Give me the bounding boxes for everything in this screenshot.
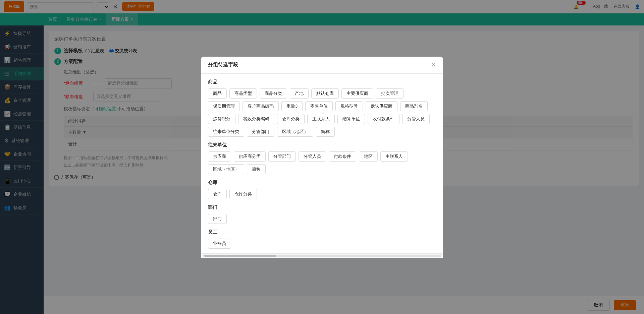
field-tag-spec-model[interactable]: 规格型号 bbox=[335, 101, 363, 111]
field-tag-weight[interactable]: 重量3 bbox=[281, 101, 303, 111]
field-tag-main-supplier[interactable]: 主要供应商 bbox=[341, 88, 373, 99]
field-tag-points[interactable]: 炼货积分 bbox=[208, 114, 235, 124]
section-partner-title: 往来单位 bbox=[208, 142, 436, 148]
field-tag-default-supplier[interactable]: 默认供应商 bbox=[366, 101, 397, 111]
modal-hscrollbar[interactable] bbox=[201, 253, 443, 258]
modal-title: 分组待选字段 bbox=[208, 62, 238, 68]
field-tag-warehouse[interactable]: 仓库 bbox=[208, 189, 227, 199]
section-employee-title: 员工 bbox=[208, 229, 436, 235]
modal-close-btn[interactable]: ✕ bbox=[431, 61, 436, 69]
field-tag-payment-terms[interactable]: 收付款条件 bbox=[368, 114, 399, 124]
section-warehouse-title: 仓库 bbox=[208, 180, 436, 186]
section-employee: 员工 业务员 bbox=[208, 229, 436, 249]
section-goods-tags: 商品 商品类型 商品分类 产地 默认仓库 主要供应商 批次管理 保质期管理 客户… bbox=[208, 88, 436, 137]
field-tag-short-name2[interactable]: 简称 bbox=[247, 164, 266, 174]
field-tag-partner-category[interactable]: 往来单位分类 bbox=[208, 127, 244, 137]
section-warehouse-tags: 仓库 仓库分类 bbox=[208, 189, 436, 199]
field-tag-area[interactable]: 地区 bbox=[359, 151, 378, 162]
field-tag-shelf-life[interactable]: 保质期管理 bbox=[208, 101, 240, 111]
field-tag-tax-code[interactable]: 税收分类编码 bbox=[238, 114, 274, 124]
section-warehouse: 仓库 仓库 仓库分类 bbox=[208, 180, 436, 199]
field-tag-department[interactable]: 部门 bbox=[208, 214, 227, 224]
field-tag-goods-alias[interactable]: 商品别名 bbox=[400, 101, 428, 111]
field-tag-main-contact2[interactable]: 主联系人 bbox=[380, 151, 408, 162]
field-tag-payment-terms2[interactable]: 付款条件 bbox=[329, 151, 356, 162]
field-tag-retail-unit[interactable]: 零售单位 bbox=[305, 101, 333, 111]
field-tag-warehouse-category[interactable]: 仓库分类 bbox=[277, 114, 305, 124]
field-tag-default-warehouse[interactable]: 默认仓库 bbox=[311, 88, 339, 99]
field-tag-supplier[interactable]: 供应商 bbox=[208, 151, 231, 162]
modal-overlay: 分组待选字段 ✕ 商品 商品 商品类型 商品分类 产地 默认仓库 主要供应商 批… bbox=[0, 0, 644, 314]
field-tag-settlement-unit[interactable]: 结算单位 bbox=[337, 114, 365, 124]
field-select-modal: 分组待选字段 ✕ 商品 商品 商品类型 商品分类 产地 默认仓库 主要供应商 批… bbox=[201, 57, 443, 258]
field-tag-goods[interactable]: 商品 bbox=[208, 88, 227, 99]
modal-body: 商品 商品 商品类型 商品分类 产地 默认仓库 主要供应商 批次管理 保质期管理… bbox=[201, 74, 443, 253]
modal-header: 分组待选字段 ✕ bbox=[201, 57, 443, 74]
field-tag-manage-dept2[interactable]: 分管部门 bbox=[268, 151, 296, 162]
field-tag-region2[interactable]: 区域（地区） bbox=[208, 164, 244, 174]
section-partner: 往来单位 供应商 供应商分类 分管部门 分管人员 付款条件 地区 主联系人 区域… bbox=[208, 142, 436, 174]
field-tag-region[interactable]: 区域（地区） bbox=[277, 127, 313, 137]
field-tag-goods-type[interactable]: 商品类型 bbox=[229, 88, 257, 99]
section-employee-tags: 业务员 bbox=[208, 239, 436, 249]
field-tag-salesperson[interactable]: 业务员 bbox=[208, 239, 231, 249]
field-tag-main-contact[interactable]: 主联系人 bbox=[307, 114, 335, 124]
section-department: 部门 部门 bbox=[208, 204, 436, 224]
section-partner-tags: 供应商 供应商分类 分管部门 分管人员 付款条件 地区 主联系人 区域（地区） … bbox=[208, 151, 436, 174]
section-department-title: 部门 bbox=[208, 204, 436, 210]
section-goods: 商品 商品 商品类型 商品分类 产地 默认仓库 主要供应商 批次管理 保质期管理… bbox=[208, 79, 436, 137]
field-tag-warehouse-cat[interactable]: 仓库分类 bbox=[229, 189, 257, 199]
field-tag-short-name[interactable]: 简称 bbox=[316, 127, 335, 137]
field-tag-origin[interactable]: 产地 bbox=[290, 88, 309, 99]
section-goods-title: 商品 bbox=[208, 79, 436, 85]
field-tag-customer-code[interactable]: 客户商品编码 bbox=[243, 101, 279, 111]
field-tag-supervisor2[interactable]: 分管人员 bbox=[299, 151, 326, 162]
field-tag-supervisor[interactable]: 分管人员 bbox=[402, 114, 430, 124]
section-department-tags: 部门 bbox=[208, 214, 436, 224]
field-tag-goods-category[interactable]: 商品分类 bbox=[260, 88, 287, 99]
field-tag-manage-dept[interactable]: 分管部门 bbox=[247, 127, 274, 137]
field-tag-supplier-category[interactable]: 供应商分类 bbox=[234, 151, 266, 162]
field-tag-batch-mgmt[interactable]: 批次管理 bbox=[376, 88, 404, 99]
